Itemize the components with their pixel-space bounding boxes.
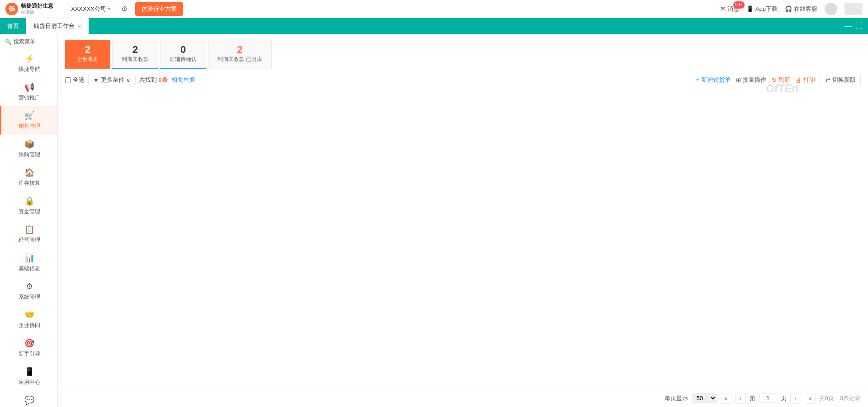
logo-icon: 畅 <box>5 3 18 15</box>
purchase-icon: 📦 <box>24 139 34 149</box>
logo-text: 畅捷通好生意 标准版 <box>21 3 53 14</box>
content-inner: 2 全部单据 2 到期未收款 0 旺辅待确认 2 到期未收款 已出库 <box>58 34 868 407</box>
maximize-icon[interactable]: ⛶ <box>855 22 863 30</box>
chevron-filter-icon: ∨ <box>126 77 131 84</box>
summary-tabs: 2 全部单据 2 到期未收款 0 旺辅待确认 2 到期未收款 已出库 <box>58 34 868 69</box>
next-page-button[interactable]: › <box>790 393 801 404</box>
pagination: 每页显示 50 100 200 « ‹ 第 页 › » 共0页，0条记录 <box>58 389 868 407</box>
minimize-icon[interactable]: — <box>844 22 852 30</box>
tab-qianhuoqingong[interactable]: 钱货日清工作台 ✕ <box>26 18 89 34</box>
marketing-icon: 📢 <box>24 82 34 92</box>
sidebar-item-quick-nav[interactable]: ⚡ 快捷导航 <box>0 49 57 78</box>
tab-close-icon[interactable]: ✕ <box>77 23 81 29</box>
app-center-icon: 📱 <box>24 367 34 377</box>
summary-tab-all[interactable]: 2 全部单据 <box>65 40 110 69</box>
message-icon: ✉ <box>721 5 726 12</box>
select-all-checkbox[interactable]: 全选 <box>65 76 85 84</box>
logo-area: 畅 畅捷通好生意 标准版 <box>5 3 63 15</box>
sidebar-item-app-center[interactable]: 📱 应用中心 <box>0 362 57 391</box>
sidebar-item-finance[interactable]: 🔒 资金管理 <box>0 192 57 220</box>
toolbar-right: + 新增销货单 ⊞ 批量操作 ↻ 刷新 🖨 打印 ⇄ <box>694 74 861 86</box>
guide-icon: 🎯 <box>24 338 34 348</box>
sidebar: 🔍 搜索菜单 ⚡ 快捷导航 📢 营销推广 🛒 销售管理 📦 采购管理 🏠 库存核… <box>0 34 58 407</box>
refresh-icon: ↻ <box>772 77 777 84</box>
sidebar-item-wechat[interactable]: 💬 企业微信 <box>0 391 57 407</box>
prev-page-button[interactable]: ‹ <box>735 393 746 404</box>
sidebar-item-guide[interactable]: 🎯 新手引导 <box>0 334 57 362</box>
result-text: 共找到 0条 <box>139 76 168 84</box>
settings-button[interactable]: ⚙ <box>118 3 131 15</box>
inventory-icon: 🏠 <box>24 168 34 178</box>
sidebar-item-purchase[interactable]: 📦 采购管理 <box>0 135 57 163</box>
batch-icon: ⊞ <box>736 77 741 84</box>
per-page-select[interactable]: 50 100 200 <box>692 393 717 403</box>
page-number-input[interactable] <box>759 393 777 403</box>
batch-operation-button[interactable]: ⊞ 批量操作 <box>736 76 766 84</box>
online-service-button[interactable]: 🎧 在线客服 <box>785 5 817 13</box>
nav-tabs: 首页 钱货日清工作台 ✕ — ⛶ <box>0 18 868 34</box>
avatar[interactable] <box>825 3 837 15</box>
basic-info-icon: 📊 <box>24 253 34 263</box>
table-area <box>58 91 868 389</box>
switch-icon: ⇄ <box>826 77 830 84</box>
sidebar-item-cooperation[interactable]: 🤝 企业协同 <box>0 305 57 334</box>
toolbar-left: 全选 ▼ 更多条件 ∨ 共找到 0条 相关单据 <box>65 74 691 86</box>
filter-icon: ▼ <box>93 77 99 84</box>
sales-icon: 🛒 <box>24 111 34 121</box>
content-area: 2 全部单据 2 到期未收款 0 旺辅待确认 2 到期未收款 已出库 <box>58 34 868 407</box>
app-download-button[interactable]: 📱 App下载 <box>746 5 778 13</box>
sidebar-item-system[interactable]: ⚙ 系统管理 <box>0 277 57 305</box>
select-all-input[interactable] <box>65 77 71 83</box>
add-sales-order-button[interactable]: + 新增销货单 <box>694 76 731 84</box>
chevron-down-icon: ▾ <box>108 6 110 11</box>
related-records-link[interactable]: 相关单据 <box>171 76 195 84</box>
search-icon: 🔍 <box>5 39 12 45</box>
message-button[interactable]: ✉ 消息 99+ <box>721 5 739 13</box>
company-selector[interactable]: XXXXXX公司 ▾ <box>67 3 114 15</box>
summary-tab-overdue-shipped[interactable]: 2 到期未收款 已出库 <box>208 40 272 69</box>
headset-icon: 🎧 <box>785 5 792 12</box>
summary-tab-pending-confirm[interactable]: 0 旺辅待确认 <box>160 40 206 69</box>
quick-nav-icon: ⚡ <box>24 54 34 64</box>
system-icon: ⚙ <box>26 281 33 291</box>
refresh-button[interactable]: ↻ 刷新 <box>772 76 790 84</box>
total-info: 共0页，0条记录 <box>819 394 861 402</box>
filter-button[interactable]: ▼ 更多条件 ∨ <box>88 74 136 86</box>
trial-button[interactable]: 体验行业方案 <box>135 2 183 16</box>
cooperation-icon: 🤝 <box>24 310 34 320</box>
sidebar-item-sales[interactable]: 🛒 销售管理 <box>0 106 57 135</box>
tab-home[interactable]: 首页 <box>0 18 26 34</box>
sidebar-item-basic-info[interactable]: 📊 基础信息 <box>0 248 57 277</box>
user-name-area[interactable] <box>844 3 863 15</box>
top-bar: 畅 畅捷通好生意 标准版 XXXXXX公司 ▾ ⚙ 体验行业方案 ✉ 消息 99… <box>0 0 868 18</box>
print-button[interactable]: 🖨 打印 <box>796 76 815 84</box>
toolbar: 全选 ▼ 更多条件 ∨ 共找到 0条 相关单据 <box>58 69 868 91</box>
summary-tab-overdue-unpaid[interactable]: 2 到期未收款 <box>112 40 158 69</box>
switch-new-version-button[interactable]: ⇄ 切换新版 <box>821 74 861 86</box>
first-page-button[interactable]: « <box>721 393 731 404</box>
top-right-actions: ✉ 消息 99+ 📱 App下载 🎧 在线客服 <box>721 3 863 15</box>
message-badge: 99+ <box>733 1 745 9</box>
last-page-button[interactable]: » <box>805 393 816 404</box>
sidebar-item-marketing[interactable]: 📢 营销推广 <box>0 78 57 106</box>
sidebar-item-operations[interactable]: 📋 经营管理 <box>0 220 57 248</box>
wechat-icon: 💬 <box>24 395 34 405</box>
sidebar-search[interactable]: 🔍 搜索菜单 <box>0 34 57 49</box>
main-layout: 🔍 搜索菜单 ⚡ 快捷导航 📢 营销推广 🛒 销售管理 📦 采购管理 🏠 库存核… <box>0 34 868 407</box>
sidebar-item-inventory[interactable]: 🏠 库存核算 <box>0 163 57 192</box>
print-icon: 🖨 <box>796 77 802 84</box>
operations-icon: 📋 <box>24 225 34 234</box>
phone-icon: 📱 <box>746 5 754 12</box>
finance-icon: 🔒 <box>24 196 34 206</box>
